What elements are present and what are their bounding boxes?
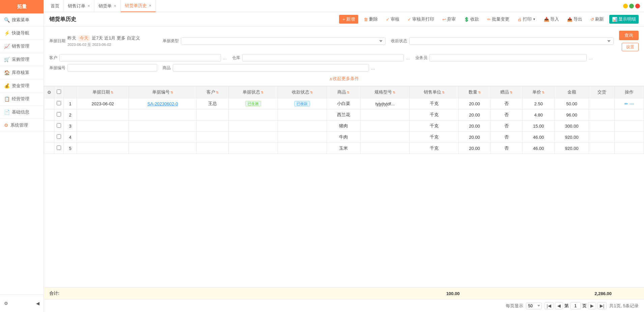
print-button[interactable]: 🖨 打印 ▼ [515, 15, 538, 24]
window-maximize-btn[interactable] [629, 4, 634, 8]
import-button[interactable]: 📥 导入 [541, 15, 562, 24]
sidebar-item-inventory[interactable]: 🏠 库存核算 [0, 66, 44, 79]
col-doc-date[interactable]: 单据日期⇅ [77, 86, 129, 98]
col-unit-price[interactable]: 单价⇅ [523, 86, 555, 98]
select-all-checkbox[interactable] [57, 89, 61, 94]
cell-docno-3[interactable] [129, 132, 197, 143]
salesperson-ellipsis[interactable]: ... [589, 55, 593, 60]
col-gift[interactable]: 赠品⇅ [491, 86, 523, 98]
sidebar-item-basic-info[interactable]: 📄 基础信息 [0, 106, 44, 119]
col-settings[interactable]: ⚙ [44, 86, 54, 98]
doctype-select[interactable] [181, 37, 386, 45]
col-doc-status[interactable]: 单据状态⇅ [229, 86, 278, 98]
cell-docno-0[interactable]: SA-20230602-0 [129, 98, 197, 109]
col-goods[interactable]: 商品⇅ [327, 86, 361, 98]
show-detail-button[interactable]: 📊 显示明细 [609, 15, 639, 24]
cell-unitprice-2: 15.00 [523, 121, 555, 132]
sidebar-item-search-menu[interactable]: 🔍 搜索菜单 [0, 14, 44, 27]
sidebar-item-sales[interactable]: 📈 销售管理 [0, 40, 44, 53]
page-number-input[interactable] [570, 302, 581, 309]
query-button[interactable]: 查询 [619, 31, 639, 40]
cell-docno-2[interactable] [129, 121, 197, 132]
shortcut-more[interactable]: 更多 [117, 35, 125, 41]
export-button[interactable]: 📤 导出 [564, 15, 585, 24]
row-checkbox-0[interactable] [57, 101, 61, 105]
delete-button[interactable]: 🗑 删除 [361, 15, 381, 24]
audit-print-button[interactable]: ✓ 审核并打印 [405, 15, 437, 24]
new-button[interactable]: + 新增 [339, 15, 358, 24]
sidebar-item-purchase[interactable]: 🛒 采购管理 [0, 53, 44, 66]
payment-select[interactable] [409, 37, 614, 45]
shortcut-1month[interactable]: 近1月 [104, 35, 115, 41]
salesperson-input[interactable] [429, 54, 587, 61]
customer-input[interactable] [59, 54, 221, 61]
col-doc-no[interactable]: 单据编号⇅ [129, 86, 197, 98]
bottom-collapse-icon[interactable]: ◀ [36, 301, 39, 306]
doc-no-link-0[interactable]: SA-20230602-0 [147, 101, 178, 106]
sidebar-item-operations[interactable]: 📋 经营管理 [0, 93, 44, 106]
cell-docstatus-0: 已生效 [229, 98, 278, 109]
tab-sales-shipment-close[interactable]: ✕ [114, 4, 116, 8]
sidebar-item-quick-nav[interactable]: ⚡ 快捷导航 [0, 27, 44, 40]
page-next-btn[interactable]: ▶ [588, 302, 596, 309]
sidebar-item-system[interactable]: ⚙ 系统管理 [0, 119, 44, 132]
set-button[interactable]: 设置 [622, 43, 639, 51]
page-size-select[interactable]: 50 100 200 [526, 303, 542, 309]
tab-sales-shipment[interactable]: 销货单 ✕ [94, 0, 121, 12]
abandon-button[interactable]: ↩ 弃审 [440, 15, 458, 24]
tab-sales-history[interactable]: 销货单历史 ✕ [121, 0, 156, 12]
docno-input[interactable] [67, 64, 157, 72]
cell-checkbox-0[interactable] [54, 98, 64, 109]
tab-home[interactable]: 首页 [47, 0, 64, 12]
audit-button[interactable]: ✓ 审核 [383, 15, 402, 24]
sidebar-item-finance[interactable]: 💰 资金管理 [0, 79, 44, 93]
customer-ellipsis[interactable]: ... [223, 55, 227, 60]
cell-checkbox-1[interactable] [54, 109, 64, 121]
cell-checkbox-3[interactable] [54, 132, 64, 143]
shortcut-7days[interactable]: 近7天 [92, 35, 103, 41]
collect-button[interactable]: 💲 收款 [461, 15, 482, 24]
cell-customer-0: 王总 [197, 98, 229, 109]
filter-group-docno: 单据编号 [49, 64, 157, 72]
cell-qty-3: 20.00 [458, 132, 491, 143]
tab-sales-order-close[interactable]: ✕ [87, 4, 90, 8]
more-icon-0[interactable]: ⋯ [629, 101, 634, 106]
warehouse-input[interactable] [242, 54, 404, 61]
collapse-btn[interactable]: ∧ 收起更多条件 [49, 74, 639, 83]
page-first-btn[interactable]: |◀ [544, 302, 554, 309]
window-close-btn[interactable] [635, 4, 640, 8]
batch-change-button[interactable]: ✏ 批量变更 [484, 15, 512, 24]
col-unit-label: 销售单位 [424, 89, 441, 95]
warehouse-ellipsis[interactable]: ... [406, 55, 410, 60]
cell-docno-4[interactable] [129, 143, 197, 154]
col-checkbox[interactable] [54, 86, 64, 98]
goods-ellipsis[interactable]: ... [371, 65, 375, 71]
cell-checkbox-4[interactable] [54, 143, 64, 154]
cell-docno-1[interactable] [129, 109, 197, 121]
row-checkbox-3[interactable] [57, 134, 61, 139]
edit-icon-0[interactable]: ✏ [624, 101, 628, 106]
goods-input[interactable] [173, 64, 369, 72]
collect-icon: 💲 [464, 17, 469, 22]
shortcut-yesterday[interactable]: 昨天 [67, 35, 76, 41]
col-spec[interactable]: 规格型号⇅ [361, 86, 410, 98]
col-customer[interactable]: 客户⇅ [197, 86, 229, 98]
cell-docstatus-4 [229, 143, 278, 154]
tab-sales-history-close[interactable]: ✕ [149, 4, 151, 7]
import-icon: 📥 [544, 17, 549, 22]
col-payment-status[interactable]: 收款状态⇅ [278, 86, 327, 98]
sidebar-bottom-settings[interactable]: ⚙ ◀ [0, 297, 44, 309]
shortcut-today[interactable]: 今天 [78, 35, 90, 42]
window-minimize-btn[interactable] [623, 4, 628, 8]
refresh-button[interactable]: ↺ 刷新 [588, 15, 607, 24]
row-checkbox-1[interactable] [57, 112, 61, 116]
page-last-btn[interactable]: ▶| [597, 302, 607, 309]
cell-checkbox-2[interactable] [54, 121, 64, 132]
row-checkbox-2[interactable] [57, 123, 61, 128]
page-prev-btn[interactable]: ◀ [555, 302, 563, 309]
col-unit[interactable]: 销售单位⇅ [410, 86, 458, 98]
col-quantity[interactable]: 数量⇅ [458, 86, 491, 98]
tab-sales-order[interactable]: 销售订单 ✕ [64, 0, 94, 12]
row-checkbox-4[interactable] [57, 146, 61, 150]
shortcut-custom[interactable]: 自定义 [127, 35, 140, 41]
